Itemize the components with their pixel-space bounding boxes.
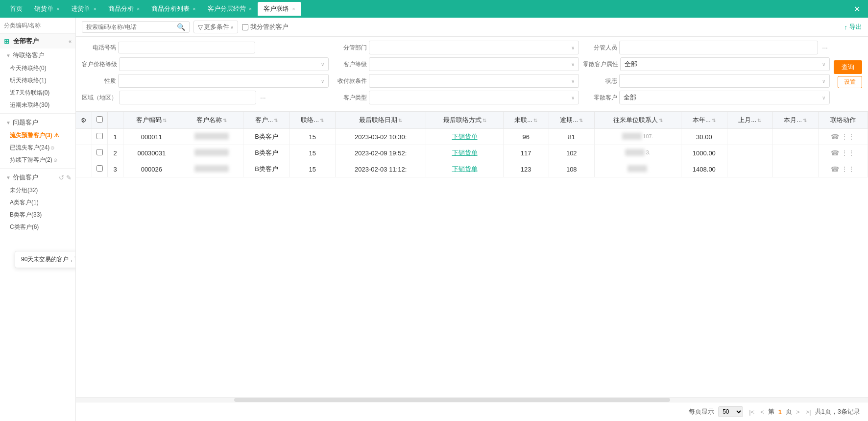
select-all-checkbox[interactable] xyxy=(96,116,103,123)
tab-analysis-close[interactable]: × xyxy=(137,6,140,12)
tab-analysis-list-close[interactable]: × xyxy=(193,6,195,12)
tab-purchase-close[interactable]: × xyxy=(93,6,96,12)
search-input[interactable] xyxy=(86,24,175,30)
sidebar-item-tomorrow[interactable]: 明天待联络(1) xyxy=(0,74,75,87)
col-check[interactable] xyxy=(92,112,107,129)
last-page-btn[interactable]: >| xyxy=(804,407,813,417)
search-icon[interactable]: 🔍 xyxy=(177,23,185,31)
query-button[interactable]: 查询 xyxy=(834,60,862,74)
section-value-customers[interactable]: ▼ 价值客户 ↺ ✎ xyxy=(0,171,75,184)
contact-method-link[interactable]: 下销货单 xyxy=(452,165,478,173)
col-uncontacted-sort[interactable]: ⇅ xyxy=(533,118,537,123)
col-this-month[interactable]: 本月... ⇅ xyxy=(772,112,818,129)
region-dots[interactable]: ··· xyxy=(258,94,268,101)
sidebar-item-c-class[interactable]: C类客户(6) xyxy=(0,221,75,233)
contact-method-link[interactable]: 下销货单 xyxy=(452,133,478,140)
col-last-month[interactable]: 上月... ⇅ xyxy=(727,112,772,129)
contact-phone-icon[interactable]: ☎ xyxy=(831,133,839,141)
tab-sales[interactable]: 销货单 × xyxy=(28,2,65,16)
col-uncontacted[interactable]: 未联... ⇅ xyxy=(503,112,549,129)
col-related-sort[interactable]: ⇅ xyxy=(659,118,663,123)
action-menu-icon[interactable]: ⋮⋮ xyxy=(841,165,855,173)
col-last-date-sort[interactable]: ⇅ xyxy=(398,118,402,123)
col-last-method-sort[interactable]: ⇅ xyxy=(482,118,486,123)
tab-customer-contact-close[interactable]: × xyxy=(292,6,295,12)
col-name[interactable]: 客户名称 ⇅ xyxy=(180,112,243,129)
contact-method-link[interactable]: 下销货单 xyxy=(452,149,478,156)
col-related[interactable]: 往来单位联系人 ⇅ xyxy=(594,112,681,129)
sidebar-item-week[interactable]: 近7天待联络(0) xyxy=(0,87,75,99)
col-contact-sort[interactable]: ⇅ xyxy=(320,118,324,123)
prev-page-btn[interactable]: < xyxy=(758,407,766,417)
customertype-select[interactable]: ∨ xyxy=(369,91,579,104)
col-last-date[interactable]: 最后联络日期 ⇅ xyxy=(335,112,426,129)
col-code[interactable]: 客户编码 ⇅ xyxy=(123,112,180,129)
contact-phone-icon[interactable]: ☎ xyxy=(831,149,839,157)
refresh-icon[interactable]: ↺ xyxy=(59,174,64,181)
edit-icon[interactable]: ✎ xyxy=(66,174,72,181)
first-page-btn[interactable]: |< xyxy=(747,407,756,417)
export-btn[interactable]: ↑ 导出 xyxy=(844,23,863,31)
sidebar-item-overdue-contact[interactable]: 迢期未联络(30) xyxy=(0,99,75,111)
row-checkbox[interactable] xyxy=(96,149,103,155)
sidebar-item-a-class[interactable]: A类客户(1) xyxy=(0,197,75,209)
tab-sales-close[interactable]: × xyxy=(56,6,59,12)
contact-phone-icon[interactable]: ☎ xyxy=(831,165,839,173)
person-select[interactable] xyxy=(619,41,818,54)
sidebar-item-ungroup[interactable]: 未分组(32) xyxy=(0,184,75,197)
status-select[interactable]: ∨ xyxy=(619,74,830,88)
settings-button[interactable]: 设置 xyxy=(838,76,862,88)
window-close-icon[interactable]: ✕ xyxy=(850,2,864,16)
scrollbar-thumb[interactable] xyxy=(234,398,670,402)
col-settings[interactable]: ⚙ xyxy=(76,112,92,129)
section-pending-contact[interactable]: ▼ 待联络客户 xyxy=(0,49,75,62)
sidebar-item-loss-warn[interactable]: 流失预警客户(3) ⚠ xyxy=(0,129,75,142)
col-overdue[interactable]: 逾期... ⇅ xyxy=(549,112,594,129)
sidebar-item-today[interactable]: 今天待联络(0) xyxy=(0,62,75,74)
col-name-sort[interactable]: ⇅ xyxy=(223,118,227,123)
tab-customer-contact[interactable]: 客户联络 × xyxy=(258,2,301,16)
per-page-select[interactable]: 50 100 200 xyxy=(718,406,743,417)
tab-customer-tier-close[interactable]: × xyxy=(249,6,252,12)
customerlevel-select[interactable]: ∨ xyxy=(369,57,579,71)
person-dots[interactable]: ··· xyxy=(820,44,830,51)
col-last-method[interactable]: 最后联络方式 ⇅ xyxy=(426,112,503,129)
filter-more-btn[interactable]: ▽ 更多条件 ∧ xyxy=(193,21,238,33)
col-this-month-sort[interactable]: ⇅ xyxy=(803,118,807,123)
dept-select[interactable]: ∨ xyxy=(369,41,579,54)
sidebar-item-decline[interactable]: 持续下滑客户(2) ⊙ xyxy=(0,154,75,166)
col-contact[interactable]: 联络... ⇅ xyxy=(289,112,335,129)
tab-analysis-list[interactable]: 商品分析列表 × xyxy=(145,2,201,16)
tab-customer-tier[interactable]: 客户分层经营 × xyxy=(202,2,258,16)
phone-input[interactable] xyxy=(118,42,255,53)
sidebar-item-lost[interactable]: 已流失客户(24) ⊙ xyxy=(0,142,75,154)
col-level-sort[interactable]: ⇅ xyxy=(274,118,278,123)
my-customers-checkbox[interactable] xyxy=(242,24,248,30)
horizontal-scrollbar[interactable] xyxy=(76,397,868,402)
col-overdue-sort[interactable]: ⇅ xyxy=(579,118,583,123)
col-this-year[interactable]: 本年... ⇅ xyxy=(681,112,727,129)
zeroretail-attr-select[interactable]: 全部 ∨ xyxy=(620,57,830,71)
sidebar-item-b-class[interactable]: B类客户(33) xyxy=(0,209,75,221)
my-customers-label[interactable]: 我分管的客户 xyxy=(242,23,289,31)
col-level[interactable]: 客户... ⇅ xyxy=(243,112,289,129)
action-menu-icon[interactable]: ⋮⋮ xyxy=(841,149,855,157)
row-checkbox[interactable] xyxy=(96,133,103,139)
col-this-year-sort[interactable]: ⇅ xyxy=(712,118,716,123)
row-checkbox[interactable] xyxy=(96,165,103,172)
settings-icon[interactable]: ⚙ xyxy=(81,117,87,124)
gender-select[interactable]: ∨ xyxy=(118,74,329,88)
sidebar-search-input[interactable] xyxy=(4,22,76,29)
region-select[interactable] xyxy=(119,91,256,104)
pricelevel-select[interactable]: ∨ xyxy=(119,57,329,71)
tab-analysis[interactable]: 商品分析 × xyxy=(102,2,145,16)
col-last-month-sort[interactable]: ⇅ xyxy=(757,118,761,123)
payment-select[interactable]: ∨ xyxy=(369,74,579,88)
section-problem-customers[interactable]: ▼ 问题客户 xyxy=(0,116,75,129)
zeroretail-select[interactable]: 全部 ∨ xyxy=(619,91,830,104)
tab-home[interactable]: 首页 xyxy=(4,2,28,16)
tab-purchase[interactable]: 进货单 × xyxy=(65,2,102,16)
next-page-btn[interactable]: > xyxy=(794,407,802,417)
action-menu-icon[interactable]: ⋮⋮ xyxy=(841,133,855,141)
col-code-sort[interactable]: ⇅ xyxy=(163,118,167,123)
